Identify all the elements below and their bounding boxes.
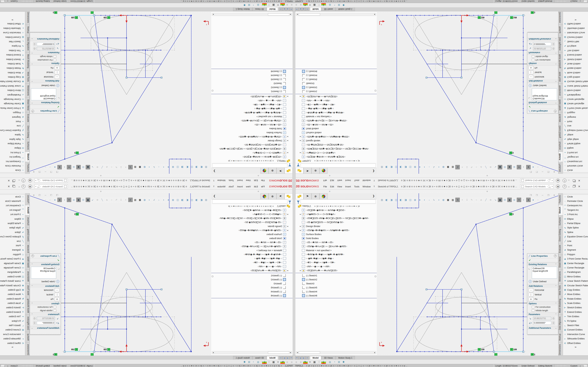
relation-button-icon[interactable]: ⚓ <box>55 66 59 70</box>
help-icon[interactable]: ? <box>22 179 25 183</box>
sketch-tool-item[interactable]: ⊺ Extend Entities <box>0 53 25 57</box>
add-relation-row[interactable]: │ Vertical <box>30 70 61 75</box>
tree-item[interactable]: ○✤ИИ◉∙✤○✱◉Ι○∘○Ι◉✱○✤∙◉ИИ✤○ <box>211 252 293 256</box>
expander-icon[interactable]: ▶ <box>299 270 302 271</box>
tree-item[interactable]: ○✤Ƽ◔∙○✱◉Ι○∘○Ι◉✱○∙◔Ƽ✤○ <box>295 103 377 107</box>
restore-button[interactable] <box>13 179 15 182</box>
spinner[interactable]: ▲▼ <box>552 47 555 50</box>
bottom-toolbar-icon[interactable]: ◎ <box>256 360 260 364</box>
splitter-handle[interactable] <box>212 90 214 92</box>
tree-item-sketch[interactable]: (-) Sketch2 <box>211 85 293 90</box>
sketch-tool-item[interactable]: # Segment <box>0 248 25 252</box>
tree-root[interactable]: TRPDL2. ⊙ ƷΕ ⊙ Ш ⊙ ⊙ ⊙ ✤ ⊙ ƆϹ ⊙ ƷΕ ⊙ + ⊙… <box>211 159 293 163</box>
sketch-tool-item[interactable]: ◇ Polygon <box>0 110 25 115</box>
chevron-up-icon[interactable]: ⌃ <box>31 302 33 304</box>
tree-item[interactable]: ○✤Ƽ◔∙○✱◉Ι○∘○Ι◉✱○∙◔Ƽ✤○ <box>295 260 377 264</box>
bottom-toolbar-icon[interactable]: ◎ <box>328 3 332 7</box>
tree-item-sketch[interactable]: Sketch3 <box>211 282 293 285</box>
sketch-tool-item[interactable]: ⠛ Linear Sketch Pattern <box>0 279 25 283</box>
status-sheet-icon[interactable] <box>583 364 587 367</box>
sketch-tool-item[interactable]: ⬭ Ellipse <box>0 146 25 150</box>
tree-item-sketch[interactable]: (-) Sketch6 <box>295 294 377 298</box>
option-row[interactable]: For construction <box>30 58 61 62</box>
sketch-tool-item[interactable]: ⌢ 3 Point Arc <box>563 212 588 217</box>
tree-item-sketch[interactable]: (-) Sketch1 <box>211 90 293 93</box>
sketch-tool-item[interactable]: ▣ Center Rectangle <box>0 261 25 266</box>
chevron-up-icon[interactable]: ⌃ <box>555 313 557 315</box>
sketch-tool-item[interactable]: ◠ Centerpoint Arc <box>0 203 25 208</box>
tree-item[interactable]: ○✤ИИ◉∙✤○✱◉Ι○∘○Ι◉✱○✤∙◉ИИ✤○ <box>295 252 377 256</box>
menu-item[interactable]: Window <box>216 179 227 183</box>
sketch-tool-item[interactable]: ╱ Line <box>563 124 588 128</box>
expander-icon[interactable]: ▶ <box>286 96 289 98</box>
sketch-tool-item[interactable]: ↗ Move Entities <box>0 292 25 297</box>
tree-root[interactable]: TRPDL2. ⊙ ƷΕ ⊙ Ш ⊙ ⊙ ⊙ ✤ ⊙ ƆϹ ⊙ ƷΕ ⊙ + ⊙… <box>211 204 293 208</box>
restore-button[interactable] <box>13 185 15 188</box>
tree-item[interactable]: ◗ Surface Bodies <box>211 131 293 135</box>
tree-item-sketch[interactable]: (-) Sketch1 <box>295 90 377 93</box>
sketch-tool-item[interactable]: ◌ Perimeter Circle <box>563 199 588 203</box>
sketch-tool-item[interactable]: ⬭ Ellipse <box>563 217 588 221</box>
sketch-tool-item[interactable]: ↘ Scale Entities <box>563 301 588 305</box>
scrollbar-thumb[interactable] <box>268 351 289 354</box>
bottom-toolbar-icon[interactable]: ⊼ <box>317 3 321 7</box>
search-dropdown-icon[interactable]: ▾ <box>551 180 553 181</box>
sketch-tool-item[interactable]: ↻ Rotate Entities <box>0 297 25 301</box>
tree-filter-input[interactable] <box>301 200 376 203</box>
sketch-tool-item[interactable]: # Segment <box>563 115 588 119</box>
ok-checkmark[interactable]: ✔ <box>527 105 558 109</box>
commandmanager-tab[interactable]: Surfaces <box>558 216 563 227</box>
bottom-toolbar-icon[interactable]: ◔ <box>251 360 256 364</box>
tree-item-sketch[interactable]: (-) Sketch5 <box>211 77 293 82</box>
tree-item[interactable]: ○∙◉✤○✱◉Ι○∘○Ι◉✱○✤◉∙○ <box>211 107 293 111</box>
relation-badge[interactable]: ⊿3 <box>509 151 514 154</box>
commandmanager-tab[interactable]: Sheet Metal <box>25 98 30 112</box>
checkbox[interactable] <box>54 309 56 312</box>
sketch-tool-item[interactable]: ⊺ Extend Entities <box>563 310 588 314</box>
sketch-tool-item[interactable]: ◈ 3 Point Center Recta... <box>0 106 25 110</box>
sketch-tool-item[interactable]: ◐ Silhouette Entities <box>563 26 588 30</box>
commandmanager-tab[interactable]: Direct Editing <box>25 124 30 140</box>
commandmanager-tab[interactable]: Surfaces <box>558 140 563 151</box>
sketch-tool-item[interactable]: ⊛ Circular Sketch Pattern <box>0 79 25 84</box>
tab-displaymanager[interactable] <box>260 193 268 199</box>
sketch-tool-item[interactable]: ◖ Partial Ellipse <box>0 141 25 146</box>
commandmanager-tab[interactable]: Data Migration <box>25 35 30 52</box>
tree-splitter[interactable] <box>295 94 377 94</box>
close-button[interactable]: ✕ <box>8 185 10 188</box>
sketch-tool-item[interactable]: ╮ Sketch Fillet <box>563 39 588 44</box>
tree-item[interactable]: ▥ ○Ƨ5✤ƷΕƧ5○ИИ◉∘✤ƆϹƷΕ∪ƷΕƧ5○∘○5ƧƷΕ∪ƷΕϹƆ✤∘◉… <box>295 216 377 220</box>
tree-item-sketch[interactable]: (-) Sketch6 <box>295 69 377 73</box>
sketch-tool-item[interactable]: ⌢ 3 Point Arc <box>0 150 25 155</box>
sketch-tool-item[interactable]: ∿ Style Spline <box>563 137 588 141</box>
bottom-toolbar-icon[interactable]: ◎ <box>256 3 260 7</box>
sketch-tool-item[interactable]: ⊞ Copy Entities <box>0 75 25 79</box>
expander-icon[interactable]: ▶ <box>299 140 302 142</box>
bottom-toolbar-icon[interactable]: ▦ <box>312 360 317 364</box>
relation-item[interactable]: Collinear108 <box>533 97 556 100</box>
add-relation-row[interactable]: │ Vertical <box>527 292 558 297</box>
sketch-tool-item[interactable]: ◌ Perimeter Circle <box>0 199 25 203</box>
menu-item[interactable]: Insert <box>344 179 353 183</box>
menu-item[interactable]: Window <box>361 179 372 183</box>
filter-icon[interactable] <box>297 201 300 202</box>
expander-icon[interactable]: ▶ <box>299 152 302 154</box>
expander-icon[interactable]: ▶ <box>286 136 289 138</box>
relation-badge[interactable]: ∕ <box>90 353 94 356</box>
tree-item[interactable]: ✎ ○Ƨ5∙∩✱ΛΜ○∘○ΜΛ✱∩∙Ƨ5○ <box>211 123 293 127</box>
commandmanager-tab[interactable]: Weldments <box>25 83 30 98</box>
relation-badge[interactable]: ⊿3 <box>509 213 514 216</box>
sketch-tool-item[interactable]: ↘ Scale Entities <box>0 61 25 66</box>
commandmanager-tab[interactable]: Weldments <box>25 269 30 284</box>
menu-item[interactable]: View <box>244 179 252 183</box>
bottom-toolbar-icon[interactable]: ▦ <box>312 3 317 7</box>
menu-item[interactable]: Edit <box>329 179 336 183</box>
commandmanager-tab[interactable]: Markup <box>25 332 30 342</box>
sketch-tool-item[interactable]: ○ Circle <box>0 194 25 199</box>
parameter-input[interactable]: 0.00000000° <box>533 321 551 325</box>
sketch-tool-item[interactable]: ▱ Parallelogram <box>0 270 25 274</box>
search-icon[interactable] <box>38 179 40 182</box>
sketch-tool-item[interactable]: ⌢ 3 Point Arc <box>563 150 588 155</box>
pin-icon[interactable]: ✎ <box>212 185 216 188</box>
sketch-tool-item[interactable]: ⬭ Ellipse <box>563 146 588 150</box>
